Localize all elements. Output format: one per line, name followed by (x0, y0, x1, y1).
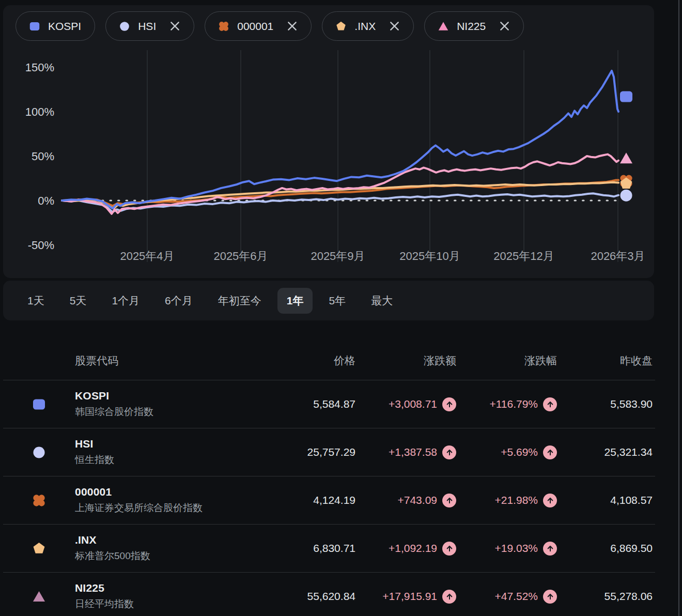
table-row-000001[interactable]: 000001上海证券交易所综合股价指数4,124.19+743.09+21.98… (3, 476, 655, 524)
row-symbol-cell: KOSPI韩国综合股价指数 (75, 390, 252, 419)
scrollbar-track[interactable] (678, 0, 679, 616)
square-series-marker-icon (30, 22, 39, 30)
row-marker-cell (3, 590, 75, 603)
pentagon-icon (336, 21, 346, 32)
up-arrow-icon (543, 542, 557, 556)
range-tab-3[interactable]: 1个月 (112, 294, 140, 308)
close-icon[interactable] (169, 21, 180, 32)
table-row-kospi[interactable]: KOSPI韩国综合股价指数5,584.87+3,008.71+116.79%5,… (3, 380, 655, 428)
change-cell: +1,387.58 (355, 445, 456, 459)
change-pct-value: +47.52% (495, 590, 538, 603)
triangle-series-marker-icon (439, 22, 448, 30)
triangle-series-marker-icon (33, 591, 45, 601)
table-row-inx[interactable]: .INX标准普尔500指数6,830.71+1,092.19+19.03%6,8… (3, 524, 655, 572)
column-header-change-pct: 涨跌幅 (456, 353, 557, 368)
range-tab-2[interactable]: 5天 (70, 294, 87, 308)
range-tab-8[interactable]: 最大 (371, 294, 393, 308)
change-pct-value: +19.03% (495, 542, 538, 555)
prev-close-cell: 4,108.57 (557, 494, 653, 506)
prev-close-cell: 5,583.90 (557, 398, 653, 410)
row-symbol-cell: 000001上海证券交易所综合股价指数 (75, 486, 252, 515)
close-icon[interactable] (499, 21, 510, 32)
index-name-text: 恒生指数 (75, 453, 252, 467)
chip-label: 000001 (237, 20, 273, 33)
square-icon (29, 21, 40, 32)
up-arrow-icon (442, 445, 456, 459)
symbol-chip-inx[interactable]: .INX (322, 11, 414, 41)
column-header-prev-close: 昨收盘 (557, 353, 653, 368)
symbol-text: .INX (75, 534, 252, 546)
change-value: +1,092.19 (389, 542, 437, 555)
clover-icon (33, 494, 45, 507)
index-name-text: 韩国综合股价指数 (75, 405, 252, 419)
up-arrow-icon (442, 494, 456, 507)
symbol-chip-ni225[interactable]: NI225 (424, 11, 524, 41)
circle-series-marker-icon (120, 22, 129, 31)
clover-series-marker-icon (33, 495, 44, 506)
change-pct-cell: +5.69% (456, 445, 557, 459)
up-arrow-icon (543, 397, 557, 411)
change-pct-cell: +47.52% (456, 590, 557, 604)
time-range-tabs: 1天5天1个月6个月年初至今1年5年最大 (3, 281, 654, 320)
change-cell: +17,915.91 (355, 590, 456, 604)
up-arrow-icon (442, 590, 456, 604)
prev-close-cell: 6,869.50 (557, 542, 653, 555)
symbol-text: HSI (75, 438, 252, 450)
indices-table: 股票代码价格涨跌额涨跌幅昨收盘KOSPI韩国综合股价指数5,584.87+3,0… (3, 341, 655, 616)
price-cell: 5,584.87 (252, 398, 355, 410)
symbol-chip-kospi[interactable]: KOSPI (16, 11, 95, 41)
range-tab-7[interactable]: 5年 (329, 294, 346, 308)
table-row-ni225[interactable]: NI225日经平均指数55,620.84+17,915.91+47.52%55,… (3, 572, 655, 616)
up-arrow-icon (543, 494, 557, 507)
change-cell: +1,092.19 (355, 542, 456, 556)
circle-icon (119, 21, 130, 32)
square-series-marker-icon (33, 399, 45, 409)
column-header-change: 涨跌额 (355, 353, 456, 368)
chip-label: HSI (138, 20, 156, 33)
pentagon-series-marker-icon (337, 21, 346, 30)
close-icon[interactable] (389, 21, 400, 32)
range-tab-5[interactable]: 年初至今 (218, 294, 261, 308)
chart-panel (3, 5, 654, 278)
triangle-icon (438, 21, 448, 32)
square-icon (33, 398, 45, 411)
change-cell: +3,008.71 (355, 397, 456, 411)
symbol-chip-hsi[interactable]: HSI (105, 11, 194, 41)
symbol-text: NI225 (75, 582, 252, 594)
change-pct-cell: +19.03% (456, 542, 557, 556)
row-marker-cell (3, 542, 75, 555)
change-value: +743.09 (398, 494, 438, 506)
triangle-icon (33, 590, 45, 603)
clover-icon (219, 21, 229, 32)
change-value: +3,008.71 (389, 398, 437, 410)
close-icon[interactable] (287, 21, 298, 32)
row-symbol-cell: .INX标准普尔500指数 (75, 534, 252, 563)
change-value: +17,915.91 (382, 590, 437, 603)
pentagon-series-marker-icon (34, 542, 45, 553)
price-cell: 6,830.71 (252, 542, 355, 555)
change-cell: +743.09 (355, 494, 456, 507)
circle-icon (33, 446, 45, 459)
symbol-text: KOSPI (75, 390, 252, 402)
chip-label: .INX (354, 20, 376, 33)
prev-close-cell: 55,278.06 (557, 590, 653, 603)
row-symbol-cell: NI225日经平均指数 (75, 582, 252, 611)
symbol-chip-000001[interactable]: 000001 (205, 11, 312, 41)
range-tab-6[interactable]: 1年 (277, 288, 313, 314)
index-name-text: 上海证券交易所综合股价指数 (75, 501, 252, 515)
prev-close-cell: 25,321.34 (557, 446, 653, 458)
chip-label: NI225 (457, 20, 486, 33)
pentagon-icon (33, 542, 45, 555)
price-cell: 55,620.84 (252, 590, 355, 603)
table-header-row: 股票代码价格涨跌额涨跌幅昨收盘 (3, 341, 655, 380)
chip-label: KOSPI (48, 20, 81, 33)
table-row-hsi[interactable]: HSI恒生指数25,757.29+1,387.58+5.69%25,321.34 (3, 428, 655, 476)
clover-series-marker-icon (219, 22, 228, 31)
range-tab-4[interactable]: 6个月 (165, 294, 193, 308)
range-tab-1[interactable]: 1天 (27, 294, 44, 308)
column-header-symbol: 股票代码 (75, 353, 252, 368)
up-arrow-icon (442, 397, 456, 411)
up-arrow-icon (442, 542, 456, 556)
up-arrow-icon (543, 590, 557, 604)
change-pct-value: +21.98% (495, 494, 538, 506)
